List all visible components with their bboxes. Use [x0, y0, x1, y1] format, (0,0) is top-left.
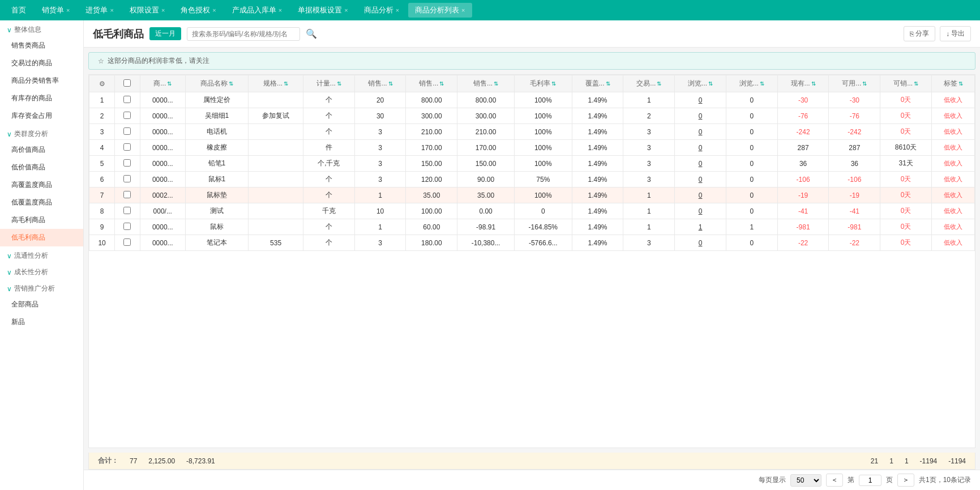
nav-close-icon[interactable]: ×	[212, 7, 216, 14]
sidebar-item-交易过的商品[interactable]: 交易过的商品	[0, 54, 83, 72]
next-page-button[interactable]: ＞	[897, 474, 914, 487]
sort-icon-coverage[interactable]: ⇅	[606, 80, 610, 87]
cell-view1[interactable]: 0	[675, 108, 726, 124]
cell-view1[interactable]: 0	[675, 92, 726, 108]
sort-icon-code[interactable]: ⇅	[167, 80, 172, 87]
settings-icon[interactable]: ⚙	[99, 80, 105, 88]
cell-view1[interactable]: 0	[675, 235, 726, 251]
row-checkbox[interactable]	[123, 143, 131, 151]
sort-icon-current[interactable]: ⇅	[811, 80, 816, 87]
nav-close-icon[interactable]: ×	[66, 7, 70, 14]
sidebar-group-成长性分析[interactable]: ∨ 成长性分析	[0, 263, 83, 279]
row-checkbox[interactable]	[123, 191, 131, 198]
cell-view1[interactable]: 1	[675, 219, 726, 235]
sidebar-item-低价值商品[interactable]: 低价值商品	[0, 159, 83, 176]
export-button[interactable]: ↓ 导出	[940, 26, 971, 41]
sidebar-item-库存资金占用[interactable]: 库存资金占用	[0, 107, 83, 125]
sidebar-group-类群度分析[interactable]: ∨ 类群度分析	[0, 125, 83, 141]
page-input[interactable]	[859, 475, 881, 486]
nav-item-单据模板设置[interactable]: 单据模板设置×	[291, 3, 354, 18]
row-checkbox[interactable]	[123, 96, 131, 103]
nav-item-角色授权[interactable]: 角色授权×	[174, 3, 222, 18]
row-checkbox[interactable]	[123, 127, 131, 135]
nav-item-首页[interactable]: 首页	[5, 3, 33, 18]
cell-name[interactable]: 鼠标垫	[185, 188, 249, 203]
view-link[interactable]: 0	[699, 96, 703, 104]
cell-name[interactable]: 鼠标	[185, 219, 249, 235]
view-link[interactable]: 0	[699, 144, 703, 152]
sidebar-item-销售类商品[interactable]: 销售类商品	[0, 37, 83, 54]
data-table-container[interactable]: ⚙商...⇅商品名称⇅规格...⇅计量...⇅销售...⇅销售...⇅销售...…	[88, 74, 975, 448]
nav-item-商品分析[interactable]: 商品分析×	[357, 3, 406, 18]
cell-checkbox[interactable]	[115, 203, 140, 219]
filter-button[interactable]: 近一月	[149, 27, 181, 40]
cell-name[interactable]: 铅笔1	[185, 156, 249, 172]
sort-icon-tag[interactable]: ⇅	[958, 80, 963, 87]
cell-view1[interactable]: 0	[675, 156, 726, 172]
sort-icon-sales_qty[interactable]: ⇅	[388, 80, 393, 87]
select-all-checkbox[interactable]	[123, 79, 131, 87]
sidebar-item-全部商品[interactable]: 全部商品	[0, 296, 83, 313]
sort-icon-trade[interactable]: ⇅	[657, 80, 661, 87]
view-link[interactable]: 0	[699, 207, 703, 215]
cell-checkbox[interactable]	[115, 235, 140, 251]
row-checkbox[interactable]	[123, 159, 131, 167]
per-page-select[interactable]: 50 100	[790, 474, 821, 487]
cell-name[interactable]: 笔记本	[185, 235, 249, 251]
search-icon[interactable]: 🔍	[306, 28, 317, 39]
view-link[interactable]: 0	[699, 176, 703, 184]
cell-checkbox[interactable]	[115, 188, 140, 203]
view-link[interactable]: 0	[699, 128, 703, 136]
sort-icon-sales_price[interactable]: ⇅	[439, 80, 444, 87]
search-input[interactable]	[187, 27, 300, 41]
cell-view1[interactable]: 0	[675, 140, 726, 156]
cell-name[interactable]: 测试	[185, 203, 249, 219]
sort-icon-sales_amount[interactable]: ⇅	[494, 80, 498, 87]
nav-close-icon[interactable]: ×	[279, 7, 282, 14]
nav-item-进货单[interactable]: 进货单×	[79, 3, 120, 18]
cell-name[interactable]: 电话机	[185, 124, 249, 140]
nav-item-商品分析列表[interactable]: 商品分析列表×	[408, 3, 472, 18]
cell-name[interactable]: 鼠标1	[185, 172, 249, 188]
sidebar-group-营销推广分析[interactable]: ∨ 营销推广分析	[0, 279, 83, 296]
row-checkbox[interactable]	[123, 238, 131, 246]
sidebar-item-高价值商品[interactable]: 高价值商品	[0, 141, 83, 159]
view-link[interactable]: 0	[699, 191, 703, 199]
view-link[interactable]: 0	[699, 160, 703, 168]
cell-name[interactable]: 吴细细1	[185, 108, 249, 124]
row-checkbox[interactable]	[123, 112, 131, 119]
nav-item-产成品入库单[interactable]: 产成品入库单×	[225, 3, 289, 18]
cell-checkbox[interactable]	[115, 219, 140, 235]
share-button[interactable]: ⎘ 分享	[904, 26, 935, 41]
column-header-settings[interactable]: ⚙	[89, 75, 115, 92]
cell-checkbox[interactable]	[115, 108, 140, 124]
nav-item-销货单[interactable]: 销货单×	[35, 3, 76, 18]
cell-name[interactable]: 属性定价	[185, 92, 249, 108]
nav-close-icon[interactable]: ×	[110, 7, 113, 14]
nav-item-权限设置[interactable]: 权限设置×	[123, 3, 172, 18]
sort-icon-sellable[interactable]: ⇅	[914, 80, 918, 87]
cell-checkbox[interactable]	[115, 172, 140, 188]
sort-icon-unit[interactable]: ⇅	[337, 80, 341, 87]
sidebar-item-新品[interactable]: 新品	[0, 313, 83, 331]
row-checkbox[interactable]	[123, 175, 131, 182]
nav-close-icon[interactable]: ×	[461, 7, 465, 14]
cell-checkbox[interactable]	[115, 140, 140, 156]
column-header-checkbox[interactable]	[115, 75, 140, 92]
cell-view1[interactable]: 0	[675, 172, 726, 188]
prev-page-button[interactable]: ＜	[826, 474, 843, 487]
sort-icon-view2[interactable]: ⇅	[760, 80, 764, 87]
sidebar-item-高覆盖度商品[interactable]: 高覆盖度商品	[0, 176, 83, 194]
cell-name[interactable]: 橡皮擦	[185, 140, 249, 156]
sidebar-group-流通性分析[interactable]: ∨ 流通性分析	[0, 246, 83, 263]
nav-close-icon[interactable]: ×	[344, 7, 348, 14]
cell-checkbox[interactable]	[115, 92, 140, 108]
cell-checkbox[interactable]	[115, 156, 140, 172]
sidebar-item-低毛利商品[interactable]: 低毛利商品	[0, 229, 83, 246]
sidebar-item-高毛利商品[interactable]: 高毛利商品	[0, 211, 83, 229]
cell-view1[interactable]: 0	[675, 124, 726, 140]
cell-view1[interactable]: 0	[675, 188, 726, 203]
nav-close-icon[interactable]: ×	[396, 7, 399, 14]
sidebar-item-有库存的商品[interactable]: 有库存的商品	[0, 90, 83, 107]
sidebar-group-整体信息[interactable]: ∨ 整体信息	[0, 20, 83, 37]
